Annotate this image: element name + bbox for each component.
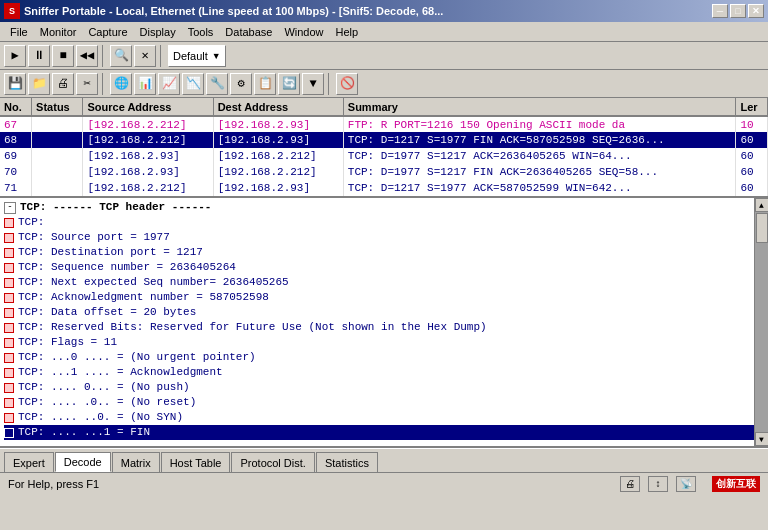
detail-line[interactable]: TCP: .... ...1 = FIN	[4, 425, 764, 440]
maximize-button[interactable]: □	[730, 4, 746, 18]
search-button[interactable]: 🔍	[110, 45, 132, 67]
tab-expert[interactable]: Expert	[4, 452, 54, 472]
play-button[interactable]: ▶	[4, 45, 26, 67]
table-row[interactable]: 70[192.168.2.93][192.168.2.212]TCP: D=19…	[0, 164, 768, 180]
line-text: TCP: Next expected Seq number= 263640526…	[18, 275, 289, 290]
table-row[interactable]: 68[192.168.2.212][192.168.2.93]TCP: D=12…	[0, 132, 768, 148]
tab-host-table[interactable]: Host Table	[161, 452, 231, 472]
app-icon: S	[4, 3, 20, 19]
menu-help[interactable]: Help	[330, 24, 365, 40]
cell-src: [192.168.2.93]	[83, 148, 213, 164]
detail-line[interactable]: TCP: Reserved Bits: Reserved for Future …	[4, 320, 764, 335]
brand-logo: 创新互联	[712, 476, 760, 492]
cell-summary: TCP: D=1977 S=1217 FIN ACK=2636405265 SE…	[343, 164, 736, 180]
tb2-btn2[interactable]: 📁	[28, 73, 50, 95]
menu-file[interactable]: File	[4, 24, 34, 40]
cell-summary: TCP: D=1977 S=1217 ACK=2636405265 WIN=64…	[343, 148, 736, 164]
menu-monitor[interactable]: Monitor	[34, 24, 83, 40]
cell-src: [192.168.2.212]	[83, 116, 213, 132]
separator1	[102, 45, 106, 67]
close-button[interactable]: ✕	[748, 4, 764, 18]
tb2-btn12[interactable]: 🔄	[278, 73, 300, 95]
v-scrollbar[interactable]: ▲ ▼	[754, 198, 768, 446]
table-row[interactable]: 67[192.168.2.212][192.168.2.93]FTP: R PO…	[0, 116, 768, 132]
cell-status	[32, 148, 83, 164]
col-status: Status	[32, 98, 83, 116]
detail-line[interactable]: TCP: Acknowledgment number = 587052598	[4, 290, 764, 305]
menu-window[interactable]: Window	[278, 24, 329, 40]
cell-len: 60	[736, 148, 768, 164]
detail-header-row[interactable]: - TCP: ------ TCP header ------	[4, 200, 764, 215]
tb2-btn11[interactable]: 📋	[254, 73, 276, 95]
cell-dst: [192.168.2.212]	[213, 164, 343, 180]
cell-status	[32, 132, 83, 148]
status-text: For Help, press F1	[8, 478, 99, 490]
filter-dropdown[interactable]: Default ▼	[168, 45, 226, 67]
cell-len: 10	[736, 116, 768, 132]
detail-line[interactable]: TCP: Source port = 1977	[4, 230, 764, 245]
detail-line[interactable]: TCP: Data offset = 20 bytes	[4, 305, 764, 320]
detail-line[interactable]: TCP: ...1 .... = Acknowledgment	[4, 365, 764, 380]
detail-pane: - TCP: ------ TCP header ------ TCP:TCP:…	[0, 198, 768, 448]
minimize-button[interactable]: ─	[712, 4, 728, 18]
packet-table-container: No. Status Source Address Dest Address S…	[0, 98, 768, 198]
detail-content: - TCP: ------ TCP header ------ TCP:TCP:…	[0, 198, 768, 442]
scroll-up[interactable]: ▲	[755, 198, 769, 212]
cancel-button[interactable]: ✕	[134, 45, 156, 67]
tab-matrix[interactable]: Matrix	[112, 452, 160, 472]
detail-line[interactable]: TCP: Next expected Seq number= 263640526…	[4, 275, 764, 290]
tb2-btn6[interactable]: 📊	[134, 73, 156, 95]
status-icon1: 🖨	[620, 476, 640, 492]
cell-status	[32, 116, 83, 132]
table-header-row: No. Status Source Address Dest Address S…	[0, 98, 768, 116]
cell-no: 71	[0, 180, 32, 196]
tab-protocol-dist[interactable]: Protocol Dist.	[231, 452, 314, 472]
line-icon	[4, 398, 14, 408]
detail-line[interactable]: TCP: .... .0.. = (No reset)	[4, 395, 764, 410]
tb2-btn3[interactable]: 🖨	[52, 73, 74, 95]
detail-line[interactable]: TCP: Sequence number = 2636405264	[4, 260, 764, 275]
menu-display[interactable]: Display	[134, 24, 182, 40]
line-icon	[4, 428, 14, 438]
stop-button[interactable]: ■	[52, 45, 74, 67]
tb2-btn8[interactable]: 📉	[182, 73, 204, 95]
col-len: Ler	[736, 98, 768, 116]
tb2-btn4[interactable]: ✂	[76, 73, 98, 95]
pause-button[interactable]: ⏸	[28, 45, 50, 67]
tb2-btn14[interactable]: 🚫	[336, 73, 358, 95]
tb2-btn9[interactable]: 🔧	[206, 73, 228, 95]
menu-tools[interactable]: Tools	[182, 24, 220, 40]
table-row[interactable]: 69[192.168.2.93][192.168.2.212]TCP: D=19…	[0, 148, 768, 164]
col-src: Source Address	[83, 98, 213, 116]
cell-dst: [192.168.2.93]	[213, 132, 343, 148]
tb2-btn5[interactable]: 🌐	[110, 73, 132, 95]
table-row[interactable]: 71[192.168.2.212][192.168.2.93]TCP: D=12…	[0, 180, 768, 196]
scroll-thumb[interactable]	[756, 213, 768, 243]
tb2-btn13[interactable]: ▼	[302, 73, 324, 95]
rewind-button[interactable]: ◀◀	[76, 45, 98, 67]
scroll-track-v[interactable]	[755, 212, 769, 432]
detail-line[interactable]: TCP: Flags = 11	[4, 335, 764, 350]
line-text: TCP: Data offset = 20 bytes	[18, 305, 196, 320]
detail-line[interactable]: TCP:	[4, 215, 764, 230]
col-dst: Dest Address	[213, 98, 343, 116]
detail-header: TCP: ------ TCP header ------	[20, 200, 211, 215]
tab-statistics[interactable]: Statistics	[316, 452, 378, 472]
tb2-btn1[interactable]: 💾	[4, 73, 26, 95]
scroll-down[interactable]: ▼	[755, 432, 769, 446]
tab-decode[interactable]: Decode	[55, 452, 111, 472]
status-bar: For Help, press F1 🖨 ↕ 📡 创新互联	[0, 472, 768, 494]
expand-icon[interactable]: -	[4, 202, 16, 214]
menu-capture[interactable]: Capture	[82, 24, 133, 40]
detail-line[interactable]: TCP: .... ..0. = (No SYN)	[4, 410, 764, 425]
detail-line[interactable]: TCP: .... 0... = (No push)	[4, 380, 764, 395]
tb2-btn10[interactable]: ⚙	[230, 73, 252, 95]
menu-database[interactable]: Database	[219, 24, 278, 40]
tb2-btn7[interactable]: 📈	[158, 73, 180, 95]
window-controls: ─ □ ✕	[712, 4, 764, 18]
line-icon	[4, 278, 14, 288]
toolbar1: ▶ ⏸ ■ ◀◀ 🔍 ✕ Default ▼	[0, 42, 768, 70]
cell-summary: TCP: D=1217 S=1977 ACK=587052599 WIN=642…	[343, 180, 736, 196]
detail-line[interactable]: TCP: Destination port = 1217	[4, 245, 764, 260]
detail-line[interactable]: TCP: ...0 .... = (No urgent pointer)	[4, 350, 764, 365]
